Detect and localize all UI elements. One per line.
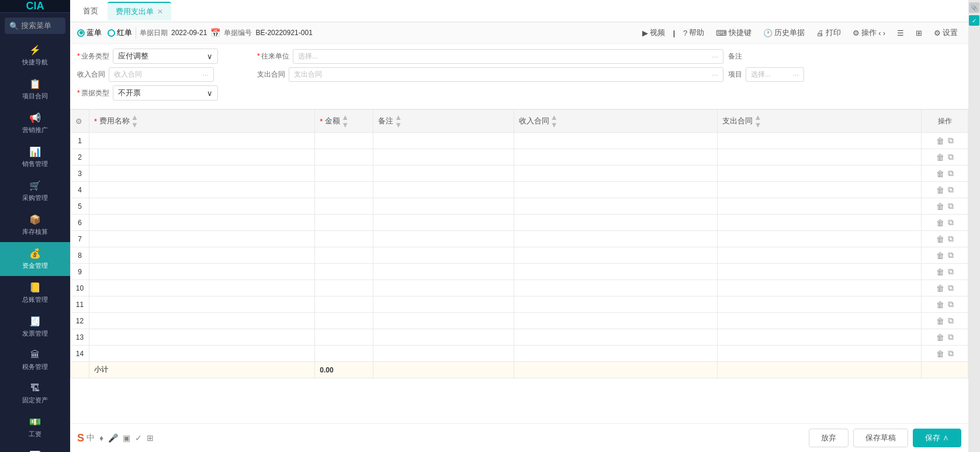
sidebar-item-inventory[interactable]: 📦 库存核算 [0,208,70,242]
row-8-remark[interactable] [373,247,514,264]
row-11-remark[interactable] [373,296,514,313]
row-4-income-contract[interactable] [514,182,718,198]
row-13-delete-icon[interactable]: 🗑 [936,333,944,342]
row-1-delete-icon[interactable]: 🗑 [936,136,944,146]
row-13-copy-icon[interactable]: ⧉ [948,332,954,342]
row-12-expense-name[interactable] [89,313,315,329]
sidebar-item-ledger[interactable]: 📒 总账管理 [0,276,70,310]
row-5-amount[interactable] [315,198,373,215]
sidebar-item-sales[interactable]: 📊 销售管理 [0,140,70,174]
row-11-expense-contract[interactable] [718,296,922,313]
row-12-amount[interactable] [315,313,373,329]
sort-remark-icon[interactable]: ▲▼ [394,113,402,129]
calendar-icon[interactable]: 📅 [210,28,220,37]
save-button[interactable]: 保存 ∧ [913,429,961,447]
save-draft-button[interactable]: 保存草稿 [853,429,908,447]
row-2-expense-name[interactable] [89,149,315,165]
row-8-expense-contract[interactable] [718,247,922,264]
row-6-expense-contract[interactable] [718,215,922,231]
row-1-remark[interactable] [373,133,514,149]
abandon-button[interactable]: 放弃 [809,429,849,447]
sidebar-item-project-contract[interactable]: 📋 项目合同 [0,73,70,106]
row-14-expense-name[interactable] [89,346,315,362]
row-2-income-contract[interactable] [514,149,718,165]
row-10-remark[interactable] [373,280,514,296]
row-4-delete-icon[interactable]: 🗑 [936,185,944,195]
row-13-income-contract[interactable] [514,329,718,346]
row-12-delete-icon[interactable]: 🗑 [936,316,944,326]
project-select[interactable]: 选择... ··· [746,67,804,82]
row-3-delete-icon[interactable]: 🗑 [936,169,944,178]
row-2-amount[interactable] [315,149,373,165]
row-12-expense-contract[interactable] [718,313,922,329]
tab-expense[interactable]: 费用支出单 ✕ [108,2,171,20]
row-12-income-contract[interactable] [514,313,718,329]
row-9-income-contract[interactable] [514,264,718,280]
layout-btn2[interactable]: ⊞ [912,27,926,39]
row-10-copy-icon[interactable]: ⧉ [948,283,954,293]
row-9-copy-icon[interactable]: ⧉ [948,267,954,277]
row-11-expense-name[interactable] [89,296,315,313]
sort-income-icon[interactable]: ▲▼ [550,113,558,129]
row-5-expense-contract[interactable] [718,198,922,215]
row-7-expense-contract[interactable] [718,231,922,247]
row-5-expense-name[interactable] [89,198,315,215]
row-4-expense-name[interactable] [89,182,315,198]
row-6-remark[interactable] [373,215,514,231]
row-11-copy-icon[interactable]: ⧉ [948,299,954,309]
row-8-amount[interactable] [315,247,373,264]
tab-home[interactable]: 首页 [75,2,106,20]
row-10-amount[interactable] [315,280,373,296]
row-5-copy-icon[interactable]: ⧉ [948,201,954,211]
footer-icon-3[interactable]: ▣ [123,433,130,443]
row-14-income-contract[interactable] [514,346,718,362]
sidebar-item-tax[interactable]: 🏛 税务管理 [0,344,70,377]
row-7-remark[interactable] [373,231,514,247]
row-11-income-contract[interactable] [514,296,718,313]
layout-btn1[interactable]: ☰ [894,27,908,39]
row-6-delete-icon[interactable]: 🗑 [936,218,944,227]
row-3-expense-name[interactable] [89,165,315,182]
row-3-expense-contract[interactable] [718,165,922,182]
sort-expense-icon[interactable]: ▲▼ [754,113,761,129]
expense-contract-select[interactable]: 支出合同 ··· [289,67,723,82]
footer-icon-2[interactable]: 🎤 [108,433,118,443]
rp-active-icon[interactable]: ✓ [969,15,979,26]
footer-icon-1[interactable]: ♦ [99,433,103,443]
row-3-income-contract[interactable] [514,165,718,182]
row-7-income-contract[interactable] [514,231,718,247]
row-7-amount[interactable] [315,231,373,247]
sidebar-item-marketing[interactable]: 📢 营销推广 [0,106,70,140]
sort-expense-name-icon[interactable]: ▲▼ [131,113,138,129]
row-1-expense-name[interactable] [89,133,315,149]
print-btn[interactable]: 🖨 打印 [813,26,844,40]
video-btn[interactable]: ▶ 视频 [639,26,669,40]
row-11-amount[interactable] [315,296,373,313]
row-13-amount[interactable] [315,329,373,346]
row-11-delete-icon[interactable]: 🗑 [936,300,944,309]
row-13-remark[interactable] [373,329,514,346]
footer-icon-4[interactable]: ✓ [135,433,142,443]
row-1-expense-contract[interactable] [718,133,922,149]
row-7-delete-icon[interactable]: 🗑 [936,234,944,244]
row-1-income-contract[interactable] [514,133,718,149]
row-5-remark[interactable] [373,198,514,215]
row-9-delete-icon[interactable]: 🗑 [936,267,944,277]
shortcut-btn[interactable]: ⌨ 快捷键 [712,26,755,40]
settings-form-btn[interactable]: ⚙ 设置 [930,26,961,40]
row-14-amount[interactable] [315,346,373,362]
row-12-remark[interactable] [373,313,514,329]
row-8-income-contract[interactable] [514,247,718,264]
row-6-expense-name[interactable] [89,215,315,231]
row-7-copy-icon[interactable]: ⧉ [948,234,954,244]
rp-clip-icon[interactable]: 📎 [969,2,979,13]
row-5-delete-icon[interactable]: 🗑 [936,202,944,211]
th-gear-icon[interactable]: ⚙ [75,117,82,126]
history-btn[interactable]: 🕐 历史单据 [760,26,808,40]
row-9-amount[interactable] [315,264,373,280]
row-8-copy-icon[interactable]: ⧉ [948,250,954,260]
partner-select[interactable]: 选择... ··· [293,49,723,64]
row-5-income-contract[interactable] [514,198,718,215]
row-9-expense-contract[interactable] [718,264,922,280]
row-6-amount[interactable] [315,215,373,231]
